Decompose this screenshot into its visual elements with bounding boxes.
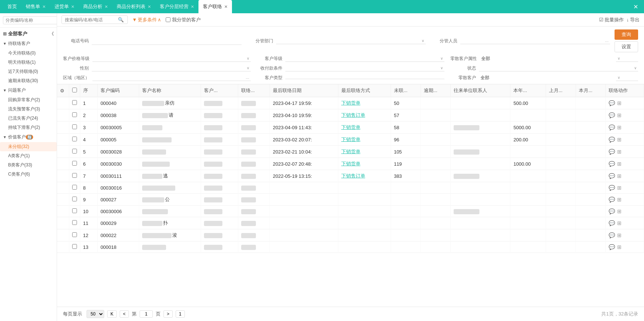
my-customers-filter[interactable]: 我分管的客户 [166,17,201,23]
gender-select[interactable]: ∨ [92,65,251,71]
row-checkbox-11[interactable] [72,232,77,237]
contact-icon[interactable]: 💬 [609,185,615,191]
row-checkbox-5[interactable] [72,161,77,166]
more-icon[interactable]: ⊞ [617,232,622,238]
sidebar-item-1-0[interactable]: 回购异常客户(2) [0,95,57,105]
batch-operation-btn[interactable]: ☑ 批量操作 [599,17,624,23]
sidebar-search-input[interactable] [3,16,57,24]
tab-close-icon[interactable]: ✕ [148,4,151,9]
export-btn[interactable]: ↓ 导出 [627,17,640,23]
row-checkbox-3[interactable] [72,137,77,141]
more-icon[interactable]: ⊞ [617,208,622,214]
phone-input[interactable] [92,37,242,45]
contact-icon[interactable]: 💬 [609,197,615,202]
contact-icon[interactable]: 💬 [609,244,615,250]
contact-icon[interactable]: 💬 [609,173,615,179]
more-icon[interactable]: ⊞ [617,197,622,202]
first-page-btn[interactable]: K [107,310,117,318]
sidebar-item-0-3[interactable]: 逾期未联络(30) [0,76,57,85]
contact-icon[interactable]: 💬 [609,124,615,130]
sidebar-item-2-1[interactable]: A类客户(1) [0,151,57,160]
sidebar-item-2-0[interactable]: 未分组(32) [0,142,57,151]
reset-button[interactable]: 设置 [615,41,638,52]
sidebar-item-0-1[interactable]: 明天待联络(1) [0,58,57,67]
row-checkbox-12[interactable] [72,244,77,249]
contact-icon[interactable]: 💬 [609,112,615,118]
row-checkbox-4[interactable] [72,149,77,154]
select-all-checkbox[interactable] [72,88,77,92]
sidebar-item-0-2[interactable]: 近7天待联络(0) [0,67,57,76]
more-icon[interactable]: ⊞ [617,149,622,155]
contact-icon[interactable]: 💬 [609,137,615,142]
contact-icon[interactable]: 💬 [609,208,615,214]
contact-icon[interactable]: 💬 [609,161,615,167]
sidebar-group-0[interactable]: ▼待联络客户 [0,39,57,49]
nav-tab-商品分析[interactable]: 商品分析✕ [79,0,112,13]
search-input[interactable] [65,17,116,22]
tab-close-icon[interactable]: ✕ [71,4,74,9]
nav-tab-商品分析列表[interactable]: 商品分析列表✕ [112,0,155,13]
region-select[interactable]: … [92,74,251,81]
nav-home[interactable]: 首页 [3,3,21,10]
settings-header[interactable]: ⚙ [57,84,69,97]
contact-icon[interactable]: 💬 [609,100,615,106]
dept-select[interactable]: ∨ [276,38,426,44]
more-icon[interactable]: ⊞ [617,112,622,118]
tab-close-icon[interactable]: ✕ [224,4,228,9]
retail-customer-select[interactable]: ∨ [616,74,638,81]
row-checkbox-8[interactable] [72,197,77,201]
prev-page-btn[interactable]: < [120,310,129,318]
method-link[interactable]: 下销售订单 [341,173,365,179]
more-icon[interactable]: ⊞ [617,100,622,106]
row-checkbox-9[interactable] [72,208,77,213]
nav-tab-客户联络[interactable]: 客户联络✕ [198,0,232,13]
sidebar-collapse-btn[interactable]: 《 [49,31,54,37]
more-icon[interactable]: ⊞ [617,124,622,130]
method-link[interactable]: 下销货单 [341,100,360,106]
row-checkbox-1[interactable] [72,112,77,117]
customer-level-select[interactable]: ∨ [285,55,444,62]
more-icon[interactable]: ⊞ [617,185,622,191]
price-level-select[interactable]: ∨ [92,55,251,62]
sidebar-item-1-1[interactable]: 流失预警客户(3) [0,105,57,114]
more-icon[interactable]: ⊞ [617,220,622,226]
status-select[interactable]: ∨ [479,65,638,71]
tab-close-icon[interactable]: ✕ [191,4,194,9]
staff-select[interactable]: … [460,38,610,44]
customer-type-select[interactable] [285,77,444,79]
method-link[interactable]: 下销售订单 [341,112,365,118]
nav-tab-客户分层经营[interactable]: 客户分层经营✕ [155,0,198,13]
more-icon[interactable]: ⊞ [617,161,622,167]
row-checkbox-0[interactable] [72,100,77,105]
sidebar-group-2[interactable]: ▼价值客户 🔄 [0,132,57,142]
method-link[interactable]: 下销货单 [341,124,360,130]
contact-icon[interactable]: 💬 [609,220,615,226]
window-close-button[interactable]: ✕ [630,3,641,10]
row-checkbox-6[interactable] [72,173,77,178]
my-customers-checkbox[interactable] [166,17,170,22]
contact-icon[interactable]: 💬 [609,149,615,155]
tab-close-icon[interactable]: ✕ [42,4,46,9]
method-link[interactable]: 下销货单 [341,137,360,142]
all-customers-label[interactable]: 全部客户 [8,31,27,37]
row-checkbox-7[interactable] [72,185,77,190]
query-button[interactable]: 查询 [615,29,638,40]
sidebar-item-1-3[interactable]: 持续下滑客户(2) [0,123,57,132]
sidebar-item-2-2[interactable]: B类客户(33) [0,160,57,170]
page-size-select[interactable]: 50 [87,310,104,318]
more-conditions-btn[interactable]: ▼ 更多条件 ∧ [132,17,161,23]
nav-tab-进货单[interactable]: 进货单✕ [50,0,79,13]
last-page-btn[interactable]: 1 [176,310,185,318]
nav-tab-销售单[interactable]: 销售单✕ [21,0,50,13]
method-link[interactable]: 下销货单 [341,149,360,154]
sidebar-item-0-0[interactable]: 今天待联络(0) [0,49,57,58]
page-input[interactable] [140,310,153,318]
retail-attr-select[interactable]: ∨ [616,55,638,62]
row-checkbox-10[interactable] [72,220,77,225]
payment-select[interactable]: ∨ [285,65,444,71]
sidebar-item-2-3[interactable]: C类客户(6) [0,170,57,179]
sidebar-group-1[interactable]: ▼问题客户 [0,85,57,95]
more-icon[interactable]: ⊞ [617,173,622,179]
row-checkbox-2[interactable] [72,124,77,129]
contact-icon[interactable]: 💬 [609,232,615,238]
